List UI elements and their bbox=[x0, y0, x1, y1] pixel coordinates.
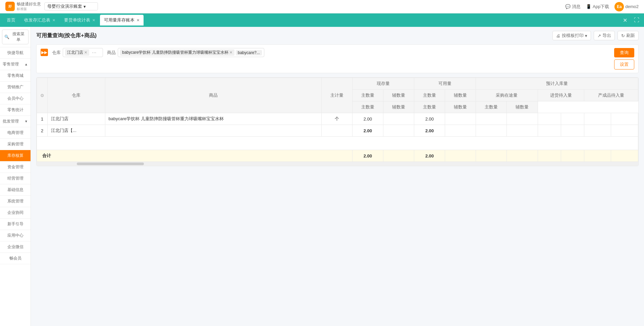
tab-order-stat-label: 要货单统计表 bbox=[64, 17, 90, 23]
row2-avail-main: 2.00 bbox=[414, 125, 445, 137]
sidebar-item-business-mgmt[interactable]: 经营管理 bbox=[0, 173, 31, 184]
refresh-btn[interactable]: ↻ 刷新 bbox=[618, 31, 639, 40]
row1-current-main: 2.00 bbox=[352, 113, 383, 125]
download-icon: 📱 bbox=[586, 4, 591, 9]
header-left: 好 畅捷通好生意 标准版 母婴行业演示账套 ▾ bbox=[5, 2, 98, 11]
sidebar-item-system-mgmt[interactable]: 系统管理 bbox=[0, 196, 31, 207]
sidebar-item-new-guide[interactable]: 新手引导 bbox=[0, 219, 31, 230]
warehouse-more[interactable]: ··· bbox=[91, 50, 98, 56]
tab-order-stat-close[interactable]: ✕ bbox=[92, 18, 95, 22]
row1-pt-aux bbox=[507, 113, 538, 125]
tab-available-stock[interactable]: 可用量库存账本 ✕ bbox=[100, 15, 144, 26]
row2-index: 2 bbox=[37, 125, 48, 137]
row2-fp-aux bbox=[611, 125, 638, 137]
row2-pp-main bbox=[538, 125, 561, 137]
tab-close-all[interactable]: ✕ bbox=[621, 16, 629, 24]
filter-area: ▶▶ 仓库 江北门店 ✕ ··· 商品 bbox=[36, 44, 639, 73]
sidebar-item-quick-nav[interactable]: 快捷导航 bbox=[0, 47, 31, 59]
print-icon: 🖨 bbox=[556, 33, 560, 38]
export-icon: ↗ bbox=[597, 33, 601, 38]
th-pt-aux: 辅数量 bbox=[383, 101, 414, 113]
row2-current-aux bbox=[383, 125, 414, 137]
sidebar-item-inventory[interactable]: 库存核算 bbox=[0, 150, 31, 161]
row1-pt-main bbox=[476, 113, 507, 125]
industry-selector[interactable]: 母婴行业演示账套 ▾ bbox=[44, 2, 98, 10]
main-layout: 🔍 搜索菜单 快捷导航 零售管理 ▲ 零售商城 营销推广 会员中心 零售统计 批… bbox=[0, 27, 644, 326]
total-pp-main bbox=[538, 150, 561, 162]
horizontal-scrollbar[interactable] bbox=[37, 162, 638, 166]
total-row: 合计 2.00 2.00 bbox=[37, 150, 638, 162]
print-btn[interactable]: 🖨 按模板打印 ▾ bbox=[552, 31, 591, 40]
tab-home[interactable]: 首页 bbox=[3, 15, 19, 26]
setting-btn[interactable]: 设置 bbox=[614, 59, 634, 69]
app-download-btn[interactable]: 📱 App下载 bbox=[586, 4, 609, 10]
total-pt-main bbox=[476, 150, 507, 162]
tab-bar-right: ✕ ⛶ bbox=[621, 16, 641, 24]
warehouse-label: 仓库 bbox=[52, 50, 61, 56]
export-btn[interactable]: ↗ 导出 bbox=[594, 31, 615, 40]
sidebar-item-enterprise-collab[interactable]: 企业协同 bbox=[0, 207, 31, 219]
total-fp-main bbox=[584, 150, 611, 162]
refresh-icon: ↻ bbox=[621, 33, 625, 38]
th-finished-pending: 产成品待入量 bbox=[584, 90, 638, 101]
sidebar-item-app-center[interactable]: 应用中心 bbox=[0, 230, 31, 241]
tab-home-label: 首页 bbox=[7, 17, 15, 23]
search-menu-btn[interactable]: 🔍 搜索菜单 bbox=[2, 30, 29, 44]
tab-income-expense[interactable]: 收发存汇总表 ✕ bbox=[20, 15, 59, 26]
sidebar-item-member[interactable]: 会员中心 bbox=[0, 93, 31, 104]
table-row: 1 江北门店 babycare学饮杯 儿童防摔防撞吸管杯重力球吸嘴杯宝宝水杯 个… bbox=[37, 113, 638, 125]
sidebar-item-basic-info[interactable]: 基础信息 bbox=[0, 184, 31, 196]
sidebar-item-wholesale-mgmt[interactable]: 批发管理 ▼ bbox=[0, 116, 31, 127]
sidebar-item-marketing[interactable]: 营销推广 bbox=[0, 82, 31, 93]
sidebar-item-vip-member[interactable]: 畅会员 bbox=[0, 253, 31, 264]
chevron-down-icon: ▼ bbox=[24, 120, 28, 123]
tab-income-expense-label: 收发存汇总表 bbox=[24, 17, 50, 23]
tab-fullscreen[interactable]: ⛶ bbox=[632, 16, 641, 24]
sidebar-item-purchase[interactable]: 采购管理 bbox=[0, 139, 31, 150]
tab-order-stat[interactable]: 要货单统计表 ✕ bbox=[60, 15, 99, 26]
sidebar-item-retail-mgmt[interactable]: 零售管理 ▲ bbox=[0, 59, 31, 70]
settings-icon[interactable]: ⚙ bbox=[40, 93, 44, 98]
sidebar-item-retail-mall[interactable]: 零售商城 bbox=[0, 70, 31, 82]
row1-pp-aux bbox=[561, 113, 584, 125]
sidebar-item-ecommerce[interactable]: 电商管理 bbox=[0, 127, 31, 139]
table-header-group-row: ⚙ 仓库 商品 主计量 现存量 可用量 预计入库量 bbox=[37, 78, 638, 90]
th-fp-main: 主数量 bbox=[476, 101, 507, 113]
sidebar: 🔍 搜索菜单 快捷导航 零售管理 ▲ 零售商城 营销推广 会员中心 零售统计 批… bbox=[0, 27, 31, 326]
user-area[interactable]: Ea demo2 bbox=[614, 2, 639, 11]
search-icon: 🔍 bbox=[4, 35, 9, 39]
warehouse-tag-close[interactable]: ✕ bbox=[84, 50, 87, 55]
row2-unit bbox=[321, 125, 352, 137]
row1-avail-aux bbox=[445, 113, 476, 125]
sidebar-item-finance[interactable]: 资金管理 bbox=[0, 161, 31, 173]
sidebar-item-enterprise-wechat[interactable]: 企业微信 bbox=[0, 241, 31, 253]
row1-pp-main bbox=[538, 113, 561, 125]
page-title-bar: 可用量查询(按仓库+商品) 🖨 按模板打印 ▾ ↗ 导出 ↻ 刷新 bbox=[36, 31, 639, 40]
product-tag-1-close[interactable]: ✕ bbox=[229, 50, 232, 55]
tab-available-stock-close[interactable]: ✕ bbox=[137, 18, 140, 22]
empty-row bbox=[37, 137, 638, 150]
page-actions: 🖨 按模板打印 ▾ ↗ 导出 ↻ 刷新 bbox=[552, 31, 639, 40]
row1-index: 1 bbox=[37, 113, 48, 125]
row1-product: babycare学饮杯 儿童防摔防撞吸管杯重力球吸嘴杯宝宝水杯 bbox=[105, 113, 321, 125]
row1-unit: 个 bbox=[321, 113, 352, 125]
row2-current-main: 2.00 bbox=[352, 125, 383, 137]
th-expected-in: 预计入库量 bbox=[476, 78, 638, 90]
query-btn[interactable]: 查询 bbox=[614, 48, 634, 57]
message-btn[interactable]: 💬 消息 bbox=[565, 4, 581, 10]
search-label: 搜索菜单 bbox=[11, 31, 26, 43]
product-input[interactable]: babycare学饮杯 儿童防摔防撞吸管杯重力球吸嘴杯宝宝水杯 ✕ babyca… bbox=[118, 48, 264, 57]
filter-expand-btn[interactable]: ▶▶ bbox=[41, 49, 48, 56]
tab-income-expense-close[interactable]: ✕ bbox=[52, 18, 55, 22]
content-area: 可用量查询(按仓库+商品) 🖨 按模板打印 ▾ ↗ 导出 ↻ 刷新 ▶▶ bbox=[31, 27, 644, 326]
th-available: 可用量 bbox=[414, 78, 476, 90]
product-label: 商品 bbox=[107, 50, 116, 56]
warehouse-tag-1: 江北门店 ✕ bbox=[65, 49, 89, 56]
sidebar-item-retail-stat[interactable]: 零售统计 bbox=[0, 104, 31, 116]
warehouse-input[interactable]: 江北门店 ✕ ··· bbox=[63, 48, 103, 57]
scrollbar-thumb[interactable] bbox=[77, 162, 144, 165]
logo-text: 畅捷通好生意 bbox=[17, 2, 41, 6]
total-current-main: 2.00 bbox=[352, 150, 383, 162]
th-pp-main: 主数量 bbox=[414, 101, 445, 113]
logo-sub: 标准版 bbox=[17, 7, 41, 11]
